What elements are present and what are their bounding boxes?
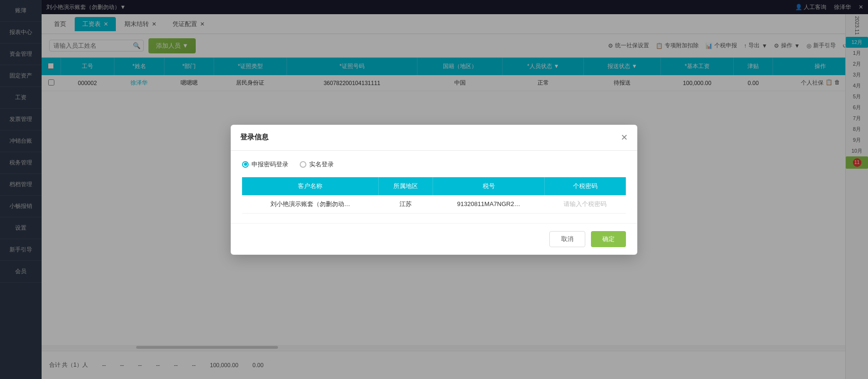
- radio-realname-circle: [300, 161, 306, 168]
- radio-password-label: 申报密码登录: [252, 160, 288, 169]
- radio-password-circle: [242, 161, 249, 168]
- dialog-col-tax-no: 税号: [433, 177, 545, 195]
- login-dialog: 登录信息 ✕ 申报密码登录 实名登录 客户名称 所属地区: [231, 125, 637, 255]
- dialog-row-region: 江苏: [379, 195, 433, 214]
- dialog-body: 申报密码登录 实名登录 客户名称 所属地区 税号 个税密码: [231, 151, 637, 223]
- radio-password-login[interactable]: 申报密码登录: [242, 160, 288, 169]
- dialog-title: 登录信息: [240, 133, 269, 142]
- dialog-table-row: 刘小艳演示账套（勿删勿动… 江苏 91320811MA7NGR2… 请输入个税密…: [242, 195, 626, 214]
- dialog-col-client-name: 客户名称: [242, 177, 379, 195]
- dialog-row-password-input[interactable]: 请输入个税密码: [545, 195, 626, 214]
- confirm-button[interactable]: 确定: [591, 231, 626, 247]
- cancel-button[interactable]: 取消: [549, 231, 585, 247]
- modal-overlay: 登录信息 ✕ 申报密码登录 实名登录 客户名称 所属地区: [0, 0, 868, 379]
- dialog-row-client-name: 刘小艳演示账套（勿删勿动…: [242, 195, 379, 214]
- dialog-client-table: 客户名称 所属地区 税号 个税密码 刘小艳演示账套（勿删勿动… 江苏 91320…: [242, 177, 626, 214]
- radio-realname-label: 实名登录: [309, 160, 334, 169]
- radio-realname-login[interactable]: 实名登录: [300, 160, 334, 169]
- dialog-col-password: 个税密码: [545, 177, 626, 195]
- login-radio-group: 申报密码登录 实名登录: [242, 160, 626, 169]
- dialog-footer: 取消 确定: [231, 223, 637, 255]
- dialog-row-tax-no: 91320811MA7NGR2…: [433, 195, 545, 214]
- dialog-col-region: 所属地区: [379, 177, 433, 195]
- dialog-header: 登录信息 ✕: [231, 125, 637, 151]
- dialog-close-icon[interactable]: ✕: [621, 132, 628, 143]
